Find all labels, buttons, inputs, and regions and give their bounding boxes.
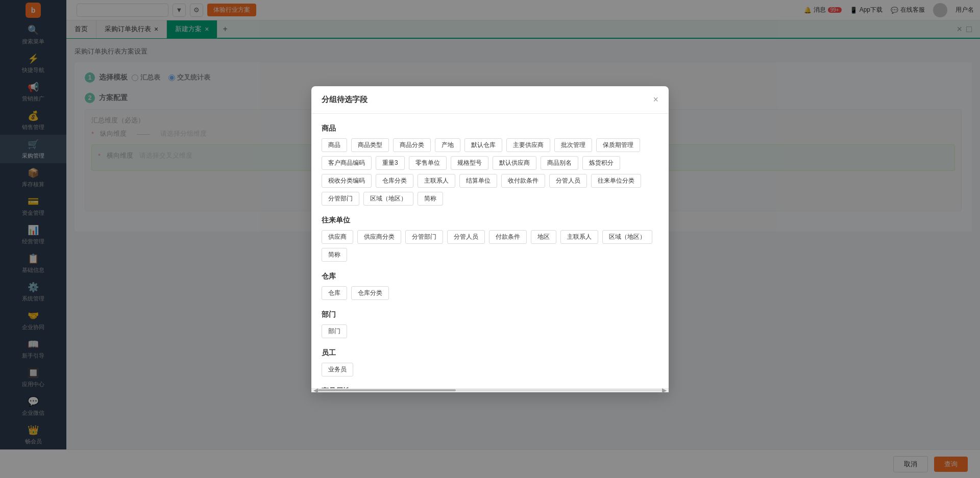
section-warehouse-title: 仓库 — [322, 272, 658, 281]
modal-title: 分组待选字段 — [322, 95, 368, 105]
section-contact-title: 往来单位 — [322, 216, 658, 225]
tag-area[interactable]: 地区 — [531, 230, 556, 244]
tag-default-supplier[interactable]: 默认供应商 — [493, 156, 536, 170]
tag-origin[interactable]: 产地 — [435, 138, 460, 152]
tag-batch-mgmt[interactable]: 批次管理 — [554, 138, 592, 152]
section-warehouse-tags: 仓库 仓库分类 — [322, 286, 658, 300]
field-select-modal: 分组待选字段 × 商品 商品 商品类型 商品分类 产地 默认仓库 主要供应商 批… — [311, 86, 669, 392]
tag-product-category[interactable]: 商品分类 — [393, 138, 431, 152]
section-warehouse: 仓库 仓库 仓库分类 — [322, 272, 658, 300]
tag-supplier-category[interactable]: 供应商分类 — [357, 230, 401, 244]
tag-main-contact2[interactable]: 主联系人 — [560, 230, 598, 244]
tag-salesperson[interactable]: 业务员 — [322, 363, 353, 376]
section-employee: 员工 业务员 — [322, 348, 658, 376]
tag-supervisor[interactable]: 分管人员 — [549, 174, 587, 188]
section-employee-tags: 业务员 — [322, 363, 658, 376]
tag-default-warehouse[interactable]: 默认仓库 — [464, 138, 502, 152]
section-contact-tags: 供应商 供应商分类 分管部门 分管人员 付款条件 地区 主联系人 区域（地区） … — [322, 230, 658, 262]
tag-warehouse[interactable]: 仓库 — [322, 286, 347, 300]
tag-tax-code[interactable]: 税收分类编码 — [322, 174, 372, 188]
tag-spec-model[interactable]: 规格型号 — [451, 156, 488, 170]
tag-region2[interactable]: 区域（地区） — [602, 230, 652, 244]
section-product: 商品 商品 商品类型 商品分类 产地 默认仓库 主要供应商 批次管理 保质期管理… — [322, 124, 658, 206]
tag-payment-condition[interactable]: 付款条件 — [489, 230, 527, 244]
scrollbar-thumb — [318, 389, 456, 391]
tag-region[interactable]: 区域（地区） — [363, 192, 413, 206]
section-product-title: 商品 — [322, 124, 658, 133]
tag-warehouse-type[interactable]: 仓库分类 — [351, 286, 389, 300]
scroll-right-arrow[interactable]: ▶ — [662, 387, 667, 394]
section-department: 部门 部门 — [322, 310, 658, 338]
tag-abbrev[interactable]: 简称 — [418, 192, 443, 206]
tag-supplier[interactable]: 供应商 — [322, 230, 353, 244]
scrollbar-track[interactable] — [318, 389, 662, 391]
tag-dept[interactable]: 分管部门 — [322, 192, 359, 206]
tag-settlement-unit[interactable]: 结算单位 — [459, 174, 497, 188]
modal-header: 分组待选字段 × — [311, 86, 669, 114]
tag-product-alias[interactable]: 商品别名 — [541, 156, 578, 170]
tag-contact-category[interactable]: 往来单位分类 — [591, 174, 641, 188]
tag-contact-supervisor[interactable]: 分管人员 — [447, 230, 485, 244]
tag-refine-points[interactable]: 炼货积分 — [582, 156, 620, 170]
tag-customer-code[interactable]: 客户商品编码 — [322, 156, 372, 170]
modal-close-btn[interactable]: × — [653, 94, 658, 105]
section-contact: 往来单位 供应商 供应商分类 分管部门 分管人员 付款条件 地区 主联系人 区域… — [322, 216, 658, 262]
tag-warehouse-category[interactable]: 仓库分类 — [376, 174, 413, 188]
modal-body: 商品 商品 商品类型 商品分类 产地 默认仓库 主要供应商 批次管理 保质期管理… — [311, 114, 669, 388]
tag-payment-terms[interactable]: 收付款条件 — [501, 174, 545, 188]
tag-weight3[interactable]: 重量3 — [376, 156, 405, 170]
tag-shelf-life[interactable]: 保质期管理 — [596, 138, 640, 152]
section-employee-title: 员工 — [322, 348, 658, 358]
tag-product-type[interactable]: 商品类型 — [351, 138, 389, 152]
tag-department[interactable]: 部门 — [322, 324, 347, 338]
section-dept-title: 部门 — [322, 310, 658, 319]
tag-abbrev2[interactable]: 简称 — [322, 248, 347, 262]
tag-retail-unit[interactable]: 零售单位 — [409, 156, 447, 170]
scroll-left-arrow[interactable]: ◀ — [313, 387, 318, 394]
modal-scrollbar: ◀ ▶ — [311, 388, 669, 392]
section-dept-tags: 部门 — [322, 324, 658, 338]
tag-contact-dept[interactable]: 分管部门 — [405, 230, 443, 244]
tag-main-contact[interactable]: 主联系人 — [418, 174, 455, 188]
tag-product[interactable]: 商品 — [322, 138, 347, 152]
section-product-tags: 商品 商品类型 商品分类 产地 默认仓库 主要供应商 批次管理 保质期管理 客户… — [322, 138, 658, 206]
tag-main-supplier[interactable]: 主要供应商 — [506, 138, 550, 152]
